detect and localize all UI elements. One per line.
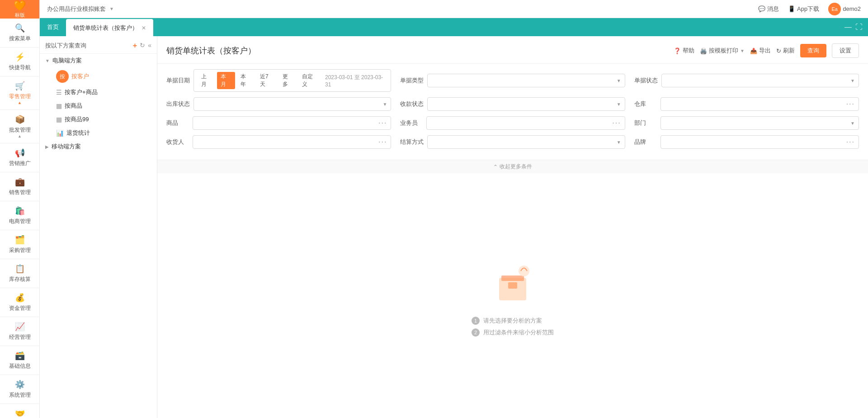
date-range-text: 2023-03-01 至 2023-03-31 <box>325 74 387 88</box>
filter-doc-type: 单据类型 ▼ <box>400 74 625 87</box>
sidebar-item-wholesale[interactable]: 📦 批发管理 ▲ <box>0 110 40 143</box>
search-icon: 🔍 <box>15 23 25 33</box>
department-control[interactable]: ▼ <box>660 116 859 130</box>
marketing-icon: 📢 <box>15 148 25 158</box>
receiver-control[interactable]: ··· <box>193 135 391 149</box>
refresh-button[interactable]: ↻ 刷新 <box>776 47 795 55</box>
tab-sales-stats[interactable]: 销货单统计表（按客户） ✕ <box>66 19 153 37</box>
tab-home[interactable]: 首页 <box>40 18 66 36</box>
tree-section-mobile[interactable]: ▶ 移动端方案 <box>40 140 157 153</box>
date-btn-7days[interactable]: 近7天 <box>256 72 277 89</box>
department-label: 部门 <box>634 119 657 127</box>
tree-item-by-product-99[interactable]: ▦ 按商品99 <box>40 113 157 126</box>
add-scheme-button[interactable]: + <box>133 42 137 50</box>
by-customer-label: 按客户 <box>71 72 89 81</box>
industry-dropdown-icon[interactable]: ▼ <box>109 6 114 11</box>
app-download-button[interactable]: 📱 App下载 <box>788 5 819 13</box>
tip-text-1: 请先选择要分析的方案 <box>483 317 542 325</box>
sidebar-procurement-label: 采购管理 <box>9 247 31 254</box>
sidebar-item-search[interactable]: 🔍 搜索菜单 <box>0 19 40 48</box>
settlement-control[interactable]: ▼ <box>427 135 625 149</box>
left-panel-header: 按以下方案查询 + ↻ « <box>40 36 157 54</box>
product-control[interactable]: ··· <box>193 116 391 130</box>
template-print-label: 按模板打印 <box>709 47 738 55</box>
settings-button[interactable]: 设置 <box>832 43 859 58</box>
receiver-label: 收货人 <box>166 138 189 146</box>
query-button[interactable]: 查询 <box>800 44 826 57</box>
sidebar-item-marketing[interactable]: 📢 营销推广 <box>0 143 40 172</box>
sidebar-item-operations[interactable]: 📈 经营管理 <box>0 317 40 346</box>
warehouse-control[interactable]: ··· <box>660 97 859 111</box>
sidebar-search-label: 搜索菜单 <box>9 35 31 43</box>
by-return-icon: 📊 <box>56 129 64 137</box>
filter-collect-status: 收款状态 ▼ <box>400 97 625 111</box>
sidebar-sales-label: 销售管理 <box>9 189 31 196</box>
date-btn-this-month[interactable]: 本月 <box>217 72 235 89</box>
export-button[interactable]: 📤 导出 <box>750 47 771 55</box>
sidebar-item-retail[interactable]: 🛒 零售管理 ▲ <box>0 76 40 110</box>
tree-section-desktop[interactable]: ▼ 电脑端方案 <box>40 54 157 67</box>
content-area: 按以下方案查询 + ↻ « ▼ 电脑端方案 按 按客户 ☰ 按客户+ <box>40 36 868 418</box>
by-return-label: 退货统计 <box>66 129 90 137</box>
user-profile[interactable]: Ea demo2 <box>828 3 861 15</box>
empty-tips: 1 请先选择要分析的方案 2 用过滤条件来缩小分析范围 <box>472 317 554 337</box>
sidebar-item-system[interactable]: ⚙️ 系统管理 <box>0 375 40 404</box>
download-icon: 📱 <box>788 5 795 12</box>
tree-item-by-customer-product[interactable]: ☰ 按客户+商品 <box>40 86 157 99</box>
message-button[interactable]: 💬 消息 <box>758 5 779 13</box>
doc-status-control[interactable]: ▼ <box>661 74 859 87</box>
sidebar-item-enterprise[interactable]: 🤝 企业协同 <box>0 404 40 418</box>
main-area: 办公用品行业模拟账套 ▼ 💬 消息 📱 App下载 Ea demo2 首页 <box>40 0 868 418</box>
sidebar-retail-label: 零售管理 <box>9 93 31 100</box>
page-header-actions: ❓ 帮助 🖨️ 按模板打印 ▼ 📤 导出 ↻ 刷新 <box>674 43 859 58</box>
sidebar-item-ecommerce[interactable]: 🛍️ 电商管理 <box>0 201 40 230</box>
tree-item-by-customer[interactable]: 按 按客户 <box>40 67 157 86</box>
by-product-icon: ▦ <box>56 102 62 109</box>
doc-type-control[interactable]: ▼ <box>427 74 625 87</box>
ecommerce-icon: 🛍️ <box>15 206 25 216</box>
empty-tip-1: 1 请先选择要分析的方案 <box>472 317 554 325</box>
sidebar-item-finance[interactable]: 💰 资金管理 <box>0 288 40 317</box>
date-btn-last-month[interactable]: 上月 <box>198 72 215 89</box>
sidebar-item-sales[interactable]: 💼 销售管理 <box>0 172 40 201</box>
logo-icon: 🧡 <box>14 0 26 12</box>
sales-icon: 💼 <box>15 177 25 187</box>
avatar: Ea <box>828 3 841 15</box>
sidebar-item-quicknav[interactable]: ⚡ 快捷导航 <box>0 48 40 76</box>
tab-minimize-icon[interactable]: — <box>844 23 852 31</box>
date-btn-more[interactable]: 更多 <box>279 72 297 89</box>
tree-arrow-mobile: ▶ <box>45 144 49 149</box>
sidebar-quicknav-label: 快捷导航 <box>9 64 31 71</box>
sidebar-basic-label: 基础信息 <box>9 362 31 370</box>
collapse-more-btn[interactable]: ⌃ 收起更多条件 <box>157 160 868 173</box>
sidebar-inventory-label: 库存核算 <box>9 276 31 283</box>
tab-close-icon[interactable]: ✕ <box>142 25 146 31</box>
collect-status-control[interactable]: ▼ <box>427 97 625 111</box>
brand-control[interactable]: ··· <box>660 135 859 149</box>
help-label: 帮助 <box>683 47 694 55</box>
template-print-button[interactable]: 🖨️ 按模板打印 ▼ <box>700 47 745 55</box>
date-control[interactable]: 上月 本月 本年 近7天 更多 自定义 2023-03-01 至 2023-03… <box>193 69 391 92</box>
tree-item-by-product[interactable]: ▦ 按商品 <box>40 99 157 113</box>
refresh-scheme-icon[interactable]: ↻ <box>140 42 145 50</box>
salesperson-control[interactable]: ··· <box>426 116 625 130</box>
user-name: demo2 <box>843 5 861 12</box>
department-dropdown-icon: ▼ <box>850 121 855 126</box>
date-btn-custom[interactable]: 自定义 <box>298 72 321 89</box>
template-print-dropdown-icon[interactable]: ▼ <box>740 48 745 53</box>
out-status-control[interactable]: ▼ <box>193 97 391 111</box>
doc-type-label: 单据类型 <box>400 76 424 85</box>
collapse-arrow-icon: ⌃ <box>493 164 498 170</box>
sidebar-item-procurement[interactable]: 🗂️ 采购管理 <box>0 230 40 259</box>
sidebar-item-basic[interactable]: 🗃️ 基础信息 <box>0 346 40 375</box>
tab-expand-icon[interactable]: ⛶ <box>855 23 863 31</box>
retail-icon: 🛒 <box>15 81 25 91</box>
refresh-icon: ↻ <box>776 48 781 54</box>
filter-date: 单据日期 上月 本月 本年 近7天 更多 自定义 2023-03-01 至 20… <box>166 69 391 92</box>
help-button[interactable]: ❓ 帮助 <box>674 47 694 55</box>
date-btn-this-year[interactable]: 本年 <box>237 72 255 89</box>
message-icon: 💬 <box>758 5 765 12</box>
tree-item-by-return[interactable]: 📊 退货统计 <box>40 126 157 140</box>
collapse-panel-icon[interactable]: « <box>148 42 151 50</box>
sidebar-item-inventory[interactable]: 📋 库存核算 <box>0 259 40 288</box>
